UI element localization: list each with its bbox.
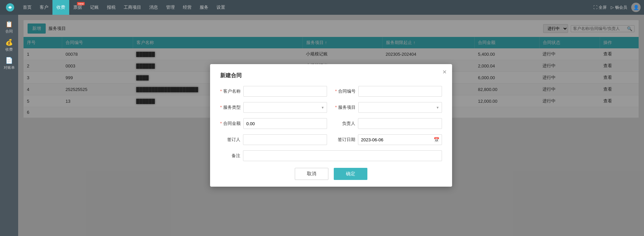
top-navigation: 首页 客户 收费 票据 new 记账 报税 工商项目 消息 管理 经营 服务 设… xyxy=(0,0,644,15)
form-row-sign-date: 签订日期 📅 xyxy=(335,134,442,145)
modal-title: 新建合同 xyxy=(220,72,442,79)
nav-home[interactable]: 首页 xyxy=(19,0,36,15)
nav-operation[interactable]: 经营 xyxy=(179,0,196,15)
nav-message[interactable]: 消息 xyxy=(145,0,162,15)
customer-name-input[interactable] xyxy=(243,86,327,97)
sidebar: 📋 合同 💰 收费 📄 对账单 xyxy=(0,15,18,236)
remark-input[interactable] xyxy=(243,150,442,161)
nav-bookkeeping[interactable]: 记账 xyxy=(86,0,103,15)
amount-label: 合同金额 xyxy=(220,121,241,127)
service-item-select[interactable] xyxy=(358,102,442,113)
sidebar-item-fee[interactable]: 💰 收费 xyxy=(0,36,18,54)
amount-input[interactable] xyxy=(243,118,327,129)
nav-bizproject[interactable]: 工商项目 xyxy=(120,0,145,15)
fullscreen-icon: ⛶ xyxy=(593,5,597,10)
cancel-button[interactable]: 取消 xyxy=(295,168,328,180)
content-area: 新增 服务项目 进行中 已完成 全部 🔍 xyxy=(18,15,644,236)
service-type-label: 服务类型 xyxy=(220,104,241,110)
reconciliation-icon: 📄 xyxy=(5,57,13,64)
avatar[interactable]: 👤 xyxy=(631,3,641,12)
sidebar-item-reconciliation[interactable]: 📄 对账单 xyxy=(0,54,18,73)
sign-date-label: 签订日期 xyxy=(335,137,355,143)
new-badge: new xyxy=(77,2,85,5)
customer-label: 客户名称 xyxy=(220,88,241,94)
signatory-input[interactable] xyxy=(243,134,327,145)
form-row-service-type: 服务类型 ▼ xyxy=(220,102,327,113)
sign-date-wrap: 📅 xyxy=(358,134,442,145)
form-row-responsible: 负责人 xyxy=(335,118,442,129)
nav-settings[interactable]: 设置 xyxy=(212,0,229,15)
nav-right-actions: ⛶ 全屏 ▷ 畅会员 👤 xyxy=(593,3,641,12)
service-item-select-wrap: ▼ xyxy=(358,102,442,113)
responsible-input[interactable] xyxy=(358,118,442,129)
member-button[interactable]: ▷ 畅会员 xyxy=(611,5,627,10)
service-item-label: 服务项目 xyxy=(335,104,356,110)
form-row-amount: 合同金额 xyxy=(220,118,327,129)
form-row-contract-no: 合同编号 xyxy=(335,86,442,97)
nav-manage[interactable]: 管理 xyxy=(162,0,179,15)
contract-no-label: 合同编号 xyxy=(335,88,356,94)
form-row-customer: 客户名称 xyxy=(220,86,327,97)
avatar-icon: 👤 xyxy=(633,5,639,10)
form-row-remark: 备注 xyxy=(220,150,442,161)
nav-tax[interactable]: 报税 xyxy=(103,0,120,15)
fee-icon: 💰 xyxy=(5,39,13,46)
signatory-label: 签订人 xyxy=(220,137,240,143)
nav-service[interactable]: 服务 xyxy=(196,0,212,15)
fullscreen-button[interactable]: ⛶ 全屏 xyxy=(593,5,607,10)
modal-close-button[interactable]: ✕ xyxy=(442,69,447,75)
contract-icon: 📋 xyxy=(5,20,13,28)
modal-overlay: 新建合同 ✕ 客户名称 合同编号 服务类型 xyxy=(18,15,644,236)
contract-no-input[interactable] xyxy=(358,86,442,97)
nav-fee[interactable]: 收费 xyxy=(52,0,69,15)
form-row-service-item: 服务项目 ▼ xyxy=(335,102,442,113)
nav-customer[interactable]: 客户 xyxy=(36,0,52,15)
sidebar-item-contract[interactable]: 📋 合同 xyxy=(0,18,18,36)
confirm-button[interactable]: 确定 xyxy=(334,168,367,180)
form-row-signatory: 签订人 xyxy=(220,134,327,145)
modal-form: 客户名称 合同编号 服务类型 ▼ xyxy=(220,86,442,161)
new-contract-modal: 新建合同 ✕ 客户名称 合同编号 服务类型 xyxy=(210,64,452,187)
sign-date-input[interactable] xyxy=(358,134,442,145)
app-logo xyxy=(3,1,17,14)
service-type-select-wrap: ▼ xyxy=(243,102,327,113)
responsible-label: 负责人 xyxy=(335,121,355,127)
nav-invoice[interactable]: 票据 new xyxy=(69,0,86,15)
remark-label: 备注 xyxy=(220,153,240,159)
play-icon: ▷ xyxy=(611,5,614,10)
modal-footer: 取消 确定 xyxy=(220,168,442,180)
main-layout: 📋 合同 💰 收费 📄 对账单 新增 服务项目 进行中 已完成 全部 xyxy=(0,15,644,236)
service-type-select[interactable] xyxy=(243,102,327,113)
